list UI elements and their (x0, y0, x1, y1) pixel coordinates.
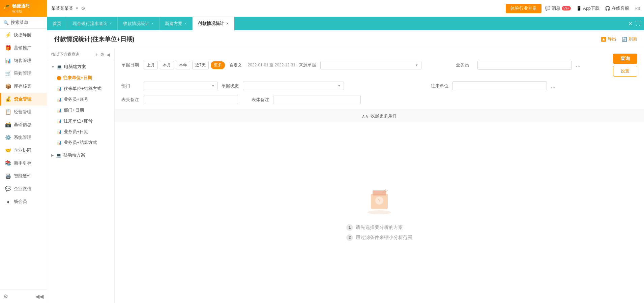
sidebar-item-quick-nav[interactable]: ⚡快捷导航 (0, 29, 47, 41)
tab-close-new-scheme[interactable]: × (184, 21, 187, 26)
sidebar-item-member[interactable]: ♦畅会员 (0, 195, 47, 208)
scheme-item-unit-date[interactable]: ⬤往来单位+日期 (47, 72, 114, 83)
table-header-note-input[interactable] (144, 95, 238, 104)
sidebar-item-enterprise[interactable]: 🤝企业协同 (0, 144, 47, 157)
sidebar-item-finance[interactable]: 💰资金管理 (0, 93, 47, 105)
nav-icon-guide: 📚 (5, 160, 11, 166)
salesman-ellipsis[interactable]: ... (575, 62, 582, 68)
company-dropdown-arrow[interactable]: ▾ (76, 6, 78, 11)
sidebar-collapse-btn[interactable]: ◀◀ (35, 293, 43, 300)
nav-icon-quick-nav: ⚡ (5, 32, 11, 38)
scheme-add-btn[interactable]: + (95, 52, 98, 57)
source-label: 来源单据 (299, 62, 318, 68)
collapse-label: 收起更多条件 (371, 113, 397, 119)
table-body-note-label: 表体备注 (252, 97, 270, 103)
export-btn[interactable]: 🔼 导出 (601, 36, 616, 42)
nav-icon-basic-info: 🗃️ (5, 122, 11, 128)
sidebar-item-wechat[interactable]: 💬企业微信 (0, 182, 47, 195)
sidebar-item-sales[interactable]: 📊销售管理 (0, 54, 47, 67)
scheme-item-unit-account[interactable]: 📊往来单位+账号 (47, 116, 114, 126)
page-title: 付款情况统计(往来单位+日期) (54, 35, 135, 43)
service-label: 在线客服 (612, 5, 629, 11)
sidebar-item-purchase[interactable]: 🛒采购管理 (0, 67, 47, 80)
scheme-item-icon-unit-date: ⬤ (57, 75, 61, 80)
tab-new-scheme[interactable]: 新建方案× (159, 17, 193, 30)
group-icon-mobile: 💻 (56, 153, 61, 158)
counterpart-ellipsis[interactable]: ... (550, 83, 557, 89)
topbar-gear-icon[interactable]: ⚙ (81, 5, 85, 11)
voucher-status-select[interactable]: ▾ (243, 82, 344, 90)
table-body-note-input[interactable] (273, 95, 361, 104)
svg-rect-2 (373, 190, 386, 195)
scheme-panel-title: 按以下方案查询 (51, 52, 80, 57)
close-all-tabs-btn[interactable]: ✕ (628, 21, 633, 27)
trial-button[interactable]: 体验行业方案 (506, 4, 541, 13)
scheme-item-label-salesman-account: 业务员+账号 (64, 96, 88, 102)
refresh-btn[interactable]: 🔄 刷新 (622, 36, 637, 42)
tab-label-payment: 付款情况统计 (198, 21, 224, 27)
svg-point-0 (368, 210, 391, 214)
tab-bank[interactable]: 现金银行流水查询× (67, 17, 118, 30)
scheme-item-salesman-date[interactable]: 📊业务员+日期 (47, 126, 114, 137)
tip-text-1: 请先选择要分析的方案 (356, 224, 403, 231)
sidebar-item-marketing[interactable]: 🎁营销推广 (0, 41, 47, 54)
collapse-more-btn[interactable]: ∧∧ 收起更多条件 (115, 110, 644, 122)
date-range-display: 2022-01-01 至 2022-12-31 (248, 62, 295, 68)
nav-label-business: 经营管理 (14, 109, 31, 115)
table-header-note-label: 表头备注 (121, 97, 140, 103)
sidebar-settings-btn[interactable]: ⚙ (3, 293, 8, 300)
source-select[interactable]: ▾ (320, 61, 421, 69)
tab-receipt[interactable]: 收款情况统计× (118, 17, 159, 30)
company-name: 某某某某某 (51, 5, 73, 11)
tab-label-receipt: 收款情况统计 (123, 21, 149, 27)
date-last-month-btn[interactable]: 上月 (144, 61, 158, 69)
scheme-group-header-mobile[interactable]: ▶💻移动端方案 (47, 149, 114, 161)
sidebar-item-guide[interactable]: 📚新手引导 (0, 157, 47, 170)
sidebar-item-basic-info[interactable]: 🗃️基础信息 (0, 118, 47, 131)
topbar: 某某某某某 ▾ ⚙ 体验行业方案 💬 消息 99+ 📱 App下载 🎧 在线客服… (47, 0, 644, 17)
sidebar-item-business[interactable]: 📋经营管理 (0, 105, 47, 118)
app-download-btn[interactable]: 📱 App下载 (576, 5, 599, 11)
sidebar-item-hardware[interactable]: 🖨️智能硬件 (0, 170, 47, 182)
tab-label-bank: 现金银行流水查询 (72, 21, 108, 27)
source-section: 来源单据 ▾ (299, 61, 456, 69)
content-area: 按以下方案查询 + ⚙ ◀ ▼💻电脑端方案⬤往来单位+日期📊往来单位+结算方式📊… (47, 48, 644, 303)
date-this-year-btn[interactable]: 本年 (176, 61, 190, 69)
scheme-item-salesman-account[interactable]: 📊业务员+账号 (47, 94, 114, 105)
salesman-input[interactable] (477, 61, 572, 70)
date-more-btn[interactable]: 更多 (211, 61, 225, 69)
user-name[interactable]: Rit (635, 6, 640, 11)
topbar-left: 某某某某某 ▾ ⚙ (51, 5, 502, 11)
date-this-month-btn[interactable]: 本月 (160, 61, 174, 69)
scheme-item-unit-settle[interactable]: 📊往来单位+结算方式 (47, 83, 114, 94)
tab-close-receipt[interactable]: × (151, 21, 154, 26)
expand-btn[interactable]: ⛶ (635, 21, 641, 27)
tab-payment[interactable]: 付款情况统计× (193, 17, 234, 30)
date-label: 单据日期 (121, 62, 140, 68)
scheme-item-icon-salesman-date: 📊 (57, 129, 62, 134)
query-actions: 查询 设置 (613, 54, 637, 77)
tab-close-payment[interactable]: × (226, 21, 229, 26)
dept-select[interactable]: ▾ (144, 82, 218, 90)
tab-home[interactable]: 首页 (47, 17, 67, 30)
sidebar-search[interactable]: 🔍 搜索菜单 (0, 17, 47, 29)
scheme-group-header-desktop[interactable]: ▼💻电脑端方案 (47, 61, 114, 72)
query-btn[interactable]: 查询 (613, 54, 637, 64)
scheme-collapse-btn[interactable]: ◀ (107, 52, 110, 57)
counterpart-input[interactable] (452, 81, 547, 90)
scheme-item-icon-unit-settle: 📊 (57, 86, 62, 91)
date-7days-btn[interactable]: 近7天 (192, 61, 209, 69)
scheme-item-label-unit-settle: 往来单位+结算方式 (64, 86, 101, 92)
message-btn[interactable]: 💬 消息 99+ (545, 5, 571, 11)
scheme-settings-btn[interactable]: ⚙ (100, 52, 105, 57)
tab-close-bank[interactable]: × (110, 21, 112, 26)
settings-btn[interactable]: 设置 (613, 66, 637, 77)
scheme-item-dept-date[interactable]: 📊部门+日期 (47, 105, 114, 116)
sidebar-item-inventory[interactable]: 📦库存核算 (0, 80, 47, 93)
online-service-btn[interactable]: 🎧 在线客服 (605, 5, 629, 11)
sidebar-item-system[interactable]: ⚙️系统管理 (0, 131, 47, 144)
scheme-item-salesman-settle[interactable]: 📊业务员+结算方式 (47, 137, 114, 148)
scheme-item-icon-salesman-settle: 📊 (57, 140, 62, 145)
logo-icon: 🍊 (3, 5, 10, 12)
nav-label-enterprise: 企业协同 (14, 147, 31, 153)
